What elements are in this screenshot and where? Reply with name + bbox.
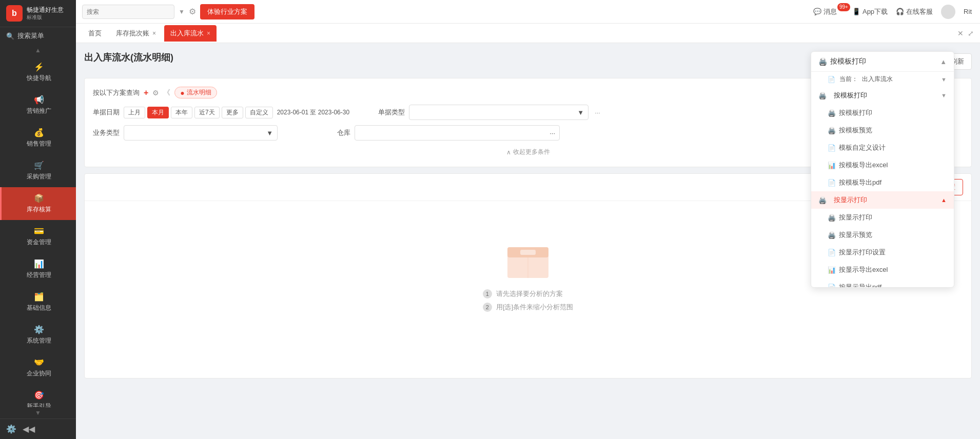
customer-service-label: 在线客服 xyxy=(906,7,933,16)
topbar-gear-icon[interactable]: ⚙ xyxy=(189,7,196,16)
template-custom-item[interactable]: 📄 模板自定义设计 xyxy=(811,139,954,156)
page-title: 出入库流水(流水明细) xyxy=(84,51,173,64)
template-print-section-header[interactable]: 🖨️ 按模板打印 ▼ xyxy=(811,87,954,104)
purchase-icon: 🛒 xyxy=(34,161,44,170)
sidebar-item-shortcut[interactable]: ⚡ 快捷导航 xyxy=(0,56,76,89)
industry-solution-button[interactable]: 体验行业方案 xyxy=(200,4,254,19)
sidebar-search-label: 搜索菜单 xyxy=(17,31,44,41)
customer-service-button[interactable]: 🎧 在线客服 xyxy=(896,7,933,16)
inventory-icon: 📦 xyxy=(34,193,44,203)
date-btn-this-year[interactable]: 本年 xyxy=(171,107,192,118)
customer-service-icon: 🎧 xyxy=(896,8,904,15)
template-custom-icon: 📄 xyxy=(828,144,836,152)
template-export-excel-item[interactable]: 📊 按模板导出excel xyxy=(811,156,954,174)
sidebar-item-finance[interactable]: 💳 资金管理 xyxy=(0,220,76,253)
empty-illustration xyxy=(497,232,559,283)
warehouse-more-icon[interactable]: ··· xyxy=(550,129,555,137)
display-print-item[interactable]: 🖨️ 按显示打印 xyxy=(811,209,954,226)
current-value-text: 出入库流水 xyxy=(862,75,893,84)
display-preview-icon: 🖨️ xyxy=(828,231,836,239)
current-label-text: 当前： xyxy=(839,75,858,84)
biztype-select[interactable]: ▼ xyxy=(124,125,278,141)
display-print-section-header[interactable]: 🖨️ 按显示打印 ▲ xyxy=(811,191,954,209)
settings-bottom-icon[interactable]: ⚙️ xyxy=(6,424,16,434)
template-print-item-content: 🖨️ 按模板打印 xyxy=(828,108,872,117)
current-arrow-icon[interactable]: ▼ xyxy=(941,76,947,83)
template-print-section-label: 按模板打印 xyxy=(834,91,867,100)
sidebar-item-sales[interactable]: 💰 销售管理 xyxy=(0,122,76,154)
topbar-search-input[interactable] xyxy=(82,5,174,19)
template-export-pdf-content: 📄 按模板导出pdf xyxy=(828,178,881,187)
display-export-pdf-item[interactable]: 📄 按显示导出pdf xyxy=(811,278,954,287)
app-download-label: App下载 xyxy=(863,7,888,16)
sidebar-item-basic[interactable]: 🗂️ 基础信息 xyxy=(0,286,76,318)
doctype-select[interactable]: ▼ xyxy=(409,105,589,120)
dropdown-header: 🖨️ 按模板打印 ▲ xyxy=(811,52,954,72)
filter-add-button[interactable]: + xyxy=(144,88,148,97)
date-btn-7days[interactable]: 近7天 xyxy=(194,107,220,118)
tab-maximize-icon[interactable]: ⤢ xyxy=(968,29,974,37)
user-avatar[interactable] xyxy=(941,5,955,19)
template-print-section-icon: 🖨️ xyxy=(818,92,827,99)
display-export-excel-content: 📊 按显示导出excel xyxy=(828,265,888,274)
doctype-dropdown-icon: ▼ xyxy=(577,109,584,116)
date-btn-custom[interactable]: 自定义 xyxy=(245,107,273,118)
date-btn-this-month[interactable]: 本月 xyxy=(147,107,169,118)
display-preview-content: 🖨️ 按显示预览 xyxy=(828,230,872,240)
empty-steps-container: 1 请先选择要分析的方案 2 用[选]条件来缩小分析范围 xyxy=(483,289,573,312)
filter-chip-water[interactable]: ● 流水明细 xyxy=(174,87,217,98)
doctype-more-icon[interactable]: ··· xyxy=(595,109,600,116)
date-btn-last-month[interactable]: 上月 xyxy=(124,107,145,118)
display-export-excel-item[interactable]: 📊 按显示导出excel xyxy=(811,261,954,278)
sidebar-item-marketing[interactable]: 📢 营销推广 xyxy=(0,89,76,122)
template-print-item[interactable]: 🖨️ 按模板打印 xyxy=(811,104,954,122)
topbar-left: ▼ ⚙ 体验行业方案 xyxy=(76,4,805,19)
display-print-settings-item[interactable]: 📄 按显示打印设置 xyxy=(811,244,954,261)
tab-close-window-icon[interactable]: ✕ xyxy=(957,29,964,37)
sidebar-item-operations[interactable]: 📊 经营管理 xyxy=(0,253,76,286)
app-download-button[interactable]: 📱 App下载 xyxy=(852,7,888,16)
sidebar-search-item[interactable]: 🔍 搜索菜单 xyxy=(0,27,76,45)
sidebar-scroll-down[interactable]: ▼ xyxy=(0,407,76,418)
biztype-dropdown-icon: ▼ xyxy=(266,129,273,137)
shortcut-icon: ⚡ xyxy=(34,62,44,72)
date-range-display: 2023-06-01 至 2023-06-30 xyxy=(277,108,349,117)
sidebar-bottom: ⚙️ ◀◀ xyxy=(0,418,76,439)
tab-flow-close-icon[interactable]: × xyxy=(207,30,210,37)
template-preview-item[interactable]: 🖨️ 按模板预览 xyxy=(811,122,954,139)
warehouse-select[interactable]: ··· xyxy=(355,125,560,141)
sidebar-item-system[interactable]: ⚙️ 系统管理 xyxy=(0,318,76,351)
tab-batch-close-icon[interactable]: × xyxy=(152,30,156,37)
filter-collapse-icon[interactable]: 《 xyxy=(163,88,170,97)
sidebar-nav: ⚡ 快捷导航 📢 营销推广 💰 销售管理 🛒 采购管理 📦 库存核算 💳 资金管… xyxy=(0,56,76,407)
tab-home[interactable]: 首页 xyxy=(82,25,108,42)
sidebar-scroll-up[interactable]: ▲ xyxy=(0,45,76,56)
sidebar-logo: b 畅捷通好生意 标准版 xyxy=(0,0,76,27)
template-export-pdf-item[interactable]: 📄 按模板导出pdf xyxy=(811,174,954,191)
collapse-sidebar-icon[interactable]: ◀◀ xyxy=(23,424,35,434)
display-preview-item[interactable]: 🖨️ 按显示预览 xyxy=(811,226,954,244)
display-section-arrow: ▲ xyxy=(941,197,947,203)
sidebar-item-label: 销售管理 xyxy=(27,139,51,148)
filter-date-item: 单据日期 上月 本月 本年 近7天 更多 自定义 2023-06-01 至 20… xyxy=(93,107,349,118)
username-label[interactable]: Rit xyxy=(964,8,972,15)
dropdown-scroll-area: 📄 当前： 出入库流水 ▼ 🖨️ 按模板打印 ▼ 🖨️ 按模板打印 🖨️ 按模板… xyxy=(811,72,954,287)
display-export-excel-label: 按显示导出excel xyxy=(839,265,888,274)
search-chevron-icon[interactable]: ▼ xyxy=(179,8,185,15)
tab-batch[interactable]: 库存批次账 × xyxy=(110,25,162,42)
messages-button[interactable]: 💬 消息 99+ xyxy=(813,7,844,16)
sidebar-item-purchase[interactable]: 🛒 采购管理 xyxy=(0,154,76,187)
display-print-section-label: 按显示打印 xyxy=(834,195,867,205)
sidebar-item-inventory[interactable]: 📦 库存核算 xyxy=(0,187,76,220)
dropdown-arrow-up-icon[interactable]: ▲ xyxy=(940,58,947,66)
template-export-excel-icon: 📊 xyxy=(828,162,836,169)
date-btn-more[interactable]: 更多 xyxy=(222,107,243,118)
sidebar-item-label: 系统管理 xyxy=(27,336,51,345)
topbar: ▼ ⚙ 体验行业方案 💬 消息 99+ 📱 App下载 🎧 在线客服 Rit xyxy=(76,0,980,24)
tab-flow[interactable]: 出入库流水 × xyxy=(164,25,217,42)
sidebar-item-newbie[interactable]: 🎯 新手引导 xyxy=(0,384,76,407)
filter-chip-label: 流水明细 xyxy=(187,88,211,97)
filter-setting-icon[interactable]: ⚙ xyxy=(152,89,159,97)
sidebar-item-enterprise[interactable]: 🤝 企业协同 xyxy=(0,351,76,384)
tab-controls: ✕ ⤢ xyxy=(957,29,974,37)
